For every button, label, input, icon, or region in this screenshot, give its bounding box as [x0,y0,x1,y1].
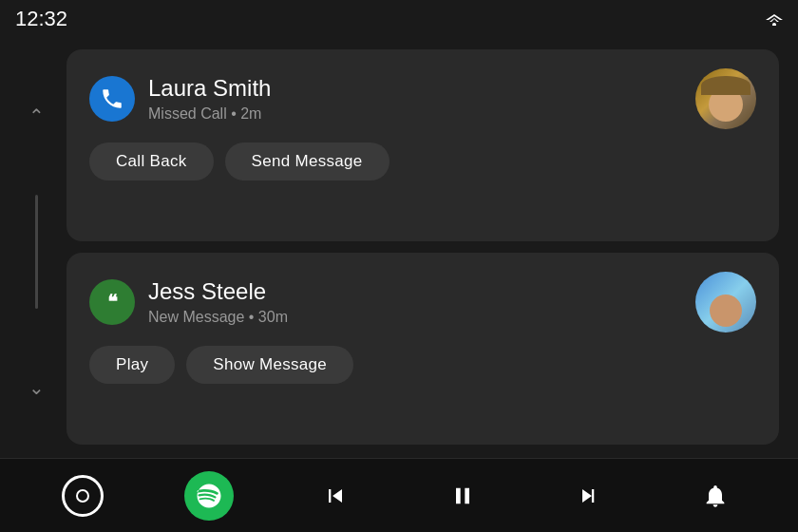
next-nav-item[interactable] [562,469,616,522]
jess-avatar [695,272,756,332]
card-text-laura: Laura Smith Missed Call • 2m [148,75,271,123]
svg-marker-1 [770,18,779,22]
play-button[interactable]: Play [89,346,175,384]
notifications-list: Laura Smith Missed Call • 2m Call Back S… [66,38,779,456]
pause-nav-item[interactable] [436,469,489,522]
card-text-jess: Jess Steele New Message • 30m [148,278,288,326]
wifi-icon [766,12,783,26]
bottom-nav [0,458,798,532]
bell-icon [702,483,729,509]
phone-app-icon [89,76,135,122]
jess-detail: New Message • 30m [148,309,288,326]
laura-name: Laura Smith [148,75,271,102]
scroll-down-icon[interactable]: ⌄ [28,376,45,399]
prev-nav-item[interactable] [309,469,362,522]
send-message-button[interactable]: Send Message [225,142,390,180]
spotify-logo [195,482,223,510]
svg-marker-0 [766,14,783,20]
bell-nav-item[interactable] [689,469,742,522]
jess-name: Jess Steele [148,278,288,305]
spotify-nav-item[interactable] [182,469,236,522]
status-time: 12:32 [15,7,67,31]
prev-icon [322,483,349,509]
card-header-laura: Laura Smith Missed Call • 2m [89,68,756,129]
home-nav-item[interactable] [56,469,109,522]
laura-detail: Missed Call • 2m [148,105,271,123]
show-message-button[interactable]: Show Message [186,346,353,384]
card-left-jess: ❝ Jess Steele New Message • 30m [89,278,288,326]
notification-card-missed-call: Laura Smith Missed Call • 2m Call Back S… [66,49,779,241]
card-header-jess: ❝ Jess Steele New Message • 30m [89,272,756,332]
spotify-icon [184,471,234,521]
quote-icon: ❝ [107,291,118,314]
scroll-track [35,195,38,309]
status-icons [766,12,783,26]
phone-icon [100,86,124,111]
home-icon-inner [76,489,89,503]
status-bar: 12:32 [0,0,798,38]
notification-card-new-message: ❝ Jess Steele New Message • 30m Play Sho… [66,253,779,445]
scroll-indicators: ⌃ ⌄ [28,48,45,456]
next-icon [576,483,602,509]
jess-actions: Play Show Message [89,346,756,384]
laura-actions: Call Back Send Message [89,142,756,180]
card-left-laura: Laura Smith Missed Call • 2m [89,75,271,123]
laura-avatar [695,68,756,129]
call-back-button[interactable]: Call Back [89,142,214,180]
pause-icon [449,483,476,509]
scroll-up-icon[interactable]: ⌃ [28,104,45,127]
svg-point-2 [772,23,776,26]
home-icon [62,475,104,517]
message-app-icon: ❝ [89,279,135,325]
